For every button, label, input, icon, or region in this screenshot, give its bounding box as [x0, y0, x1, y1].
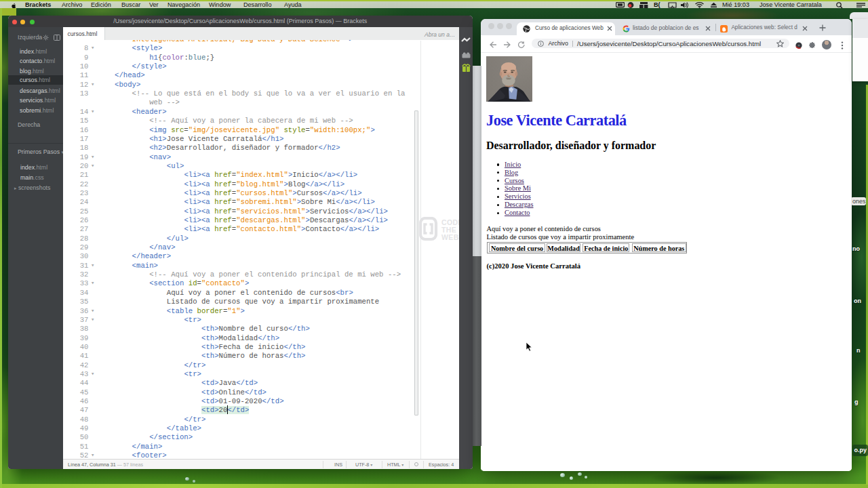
svg-text:WEB: WEB	[441, 233, 459, 241]
